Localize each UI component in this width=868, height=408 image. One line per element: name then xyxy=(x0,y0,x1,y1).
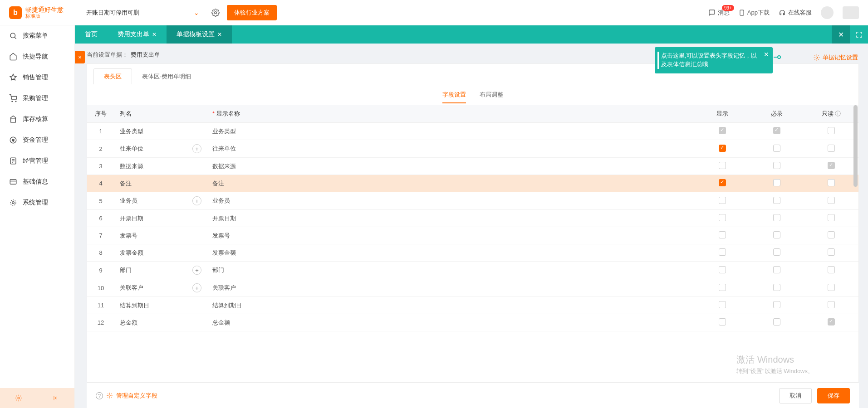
checkbox[interactable] xyxy=(828,248,835,256)
experience-button[interactable]: 体验行业方案 xyxy=(227,5,277,20)
table-row[interactable]: 7发票号发票号 xyxy=(87,227,858,244)
sidebar-item-label: 库存核算 xyxy=(23,115,48,123)
tab-1[interactable]: 费用支出单✕ xyxy=(108,25,167,44)
table-row[interactable]: 5业务员+业务员 xyxy=(87,192,858,210)
checkbox[interactable] xyxy=(719,248,726,256)
checkbox[interactable] xyxy=(719,179,726,186)
table-row[interactable]: 8发票金额发票金额 xyxy=(87,244,858,262)
checkbox[interactable] xyxy=(719,231,726,238)
cell-display[interactable]: 业务类型 xyxy=(207,123,695,140)
cell-display[interactable]: 业务员 xyxy=(207,192,695,210)
tab-close-all-icon[interactable]: ✕ xyxy=(832,25,850,44)
cell-display[interactable]: 结算到期日 xyxy=(207,297,695,314)
checkbox[interactable] xyxy=(719,214,726,221)
cell-display[interactable]: 部门 xyxy=(207,262,695,279)
table-row[interactable]: 11结算到期日结算到期日 xyxy=(87,297,858,314)
checkbox[interactable] xyxy=(719,318,726,325)
table-row[interactable]: 9部门+部门 xyxy=(87,262,858,279)
checkbox[interactable] xyxy=(773,266,780,273)
checkbox[interactable] xyxy=(828,231,835,238)
tab-close-icon[interactable]: ✕ xyxy=(152,31,157,38)
sidebar-settings-icon[interactable] xyxy=(15,394,22,402)
cell-display[interactable]: 发票金额 xyxy=(207,244,695,262)
scrollbar[interactable] xyxy=(853,105,858,382)
checkbox[interactable] xyxy=(719,284,726,291)
checkbox[interactable] xyxy=(773,214,780,221)
sidebar-item-6[interactable]: 经营管理 xyxy=(0,151,74,171)
checkbox[interactable] xyxy=(773,318,780,325)
sidebar-item-2[interactable]: 销售管理 xyxy=(0,67,74,88)
checkbox[interactable] xyxy=(773,248,780,256)
table-row[interactable]: 4备注备注 xyxy=(87,175,858,192)
checkbox[interactable] xyxy=(828,301,835,308)
expand-handle[interactable]: » xyxy=(75,51,85,63)
save-button[interactable]: 保存 xyxy=(817,388,850,403)
cell-display[interactable]: 关联客户 xyxy=(207,279,695,297)
app-download-link[interactable]: App下载 xyxy=(739,9,770,17)
sidebar-item-4[interactable]: 库存核算 xyxy=(0,109,74,130)
cell-display[interactable]: 开票日期 xyxy=(207,210,695,227)
col-display: *显示名称 xyxy=(207,105,695,123)
sub-tab-0[interactable]: 字段设置 xyxy=(442,91,466,103)
table-row[interactable]: 12总金额总金额 xyxy=(87,314,858,331)
sidebar-item-1[interactable]: 快捷导航 xyxy=(0,46,74,67)
table-row[interactable]: 10关联客户+关联客户 xyxy=(87,279,858,297)
tab-0[interactable]: 首页 xyxy=(75,25,108,44)
avatar[interactable] xyxy=(821,6,834,19)
settings-icon[interactable] xyxy=(211,9,220,17)
add-icon[interactable]: + xyxy=(192,266,201,275)
memory-settings-link[interactable]: 单据记忆设置 xyxy=(814,53,858,62)
customer-service-link[interactable]: 在线客服 xyxy=(779,9,812,17)
add-icon[interactable]: + xyxy=(192,283,201,292)
checkbox[interactable] xyxy=(828,214,835,221)
table-row[interactable]: 1业务类型业务类型 xyxy=(87,123,858,140)
checkbox[interactable] xyxy=(719,301,726,308)
checkbox[interactable] xyxy=(828,179,835,186)
sidebar-item-8[interactable]: 系统管理 xyxy=(0,192,74,213)
table-row[interactable]: 3数据来源数据来源 xyxy=(87,158,858,175)
cell-display[interactable]: 发票号 xyxy=(207,227,695,244)
cell-display[interactable]: 数据来源 xyxy=(207,158,695,175)
add-icon[interactable]: + xyxy=(192,144,201,153)
checkbox[interactable] xyxy=(828,127,835,134)
checkbox[interactable] xyxy=(773,179,780,186)
sidebar-item-7[interactable]: 基础信息 xyxy=(0,171,74,192)
checkbox[interactable] xyxy=(719,266,726,273)
table-row[interactable]: 6开票日期开票日期 xyxy=(87,210,858,227)
checkbox[interactable] xyxy=(828,197,835,204)
checkbox[interactable] xyxy=(719,197,726,204)
cancel-button[interactable]: 取消 xyxy=(779,388,812,403)
checkbox[interactable] xyxy=(773,301,780,308)
checkbox[interactable] xyxy=(773,197,780,204)
hint-close-icon[interactable]: ✕ xyxy=(764,50,769,59)
account-selector[interactable]: 开账日期可停用可删 ⌄ xyxy=(86,9,204,17)
checkbox[interactable] xyxy=(719,145,726,152)
section-tab-1[interactable]: 表体区-费用单明细 xyxy=(132,68,201,84)
sub-tab-1[interactable]: 布局调整 xyxy=(480,91,503,103)
add-icon[interactable]: + xyxy=(192,196,201,205)
checkbox[interactable] xyxy=(773,145,780,152)
tab-close-icon[interactable]: ✕ xyxy=(217,31,222,38)
org-avatar[interactable] xyxy=(843,6,859,19)
checkbox[interactable] xyxy=(828,284,835,291)
tab-2[interactable]: 单据模板设置✕ xyxy=(167,25,232,44)
fullscreen-icon[interactable] xyxy=(850,25,868,44)
sidebar-collapse-icon[interactable] xyxy=(52,395,59,401)
cell-seq: 7 xyxy=(87,227,114,244)
cell-display[interactable]: 总金额 xyxy=(207,314,695,331)
cell-display[interactable]: 备注 xyxy=(207,175,695,192)
checkbox[interactable] xyxy=(773,284,780,291)
checkbox[interactable] xyxy=(773,162,780,169)
table-row[interactable]: 2往来单位+往来单位 xyxy=(87,140,858,158)
checkbox[interactable] xyxy=(828,266,835,273)
checkbox[interactable] xyxy=(828,145,835,152)
messages-link[interactable]: 消息 99+ xyxy=(708,9,730,17)
sidebar-item-3[interactable]: 采购管理 xyxy=(0,88,74,109)
checkbox[interactable] xyxy=(773,231,780,238)
cell-display[interactable]: 往来单位 xyxy=(207,140,695,158)
manage-custom-fields-link[interactable]: ? 管理自定义字段 xyxy=(96,392,157,400)
section-tab-0[interactable]: 表头区 xyxy=(93,68,132,84)
sidebar-item-0[interactable]: 搜索菜单 xyxy=(0,25,74,46)
checkbox[interactable] xyxy=(719,162,726,169)
sidebar-item-5[interactable]: ¥资金管理 xyxy=(0,130,74,151)
